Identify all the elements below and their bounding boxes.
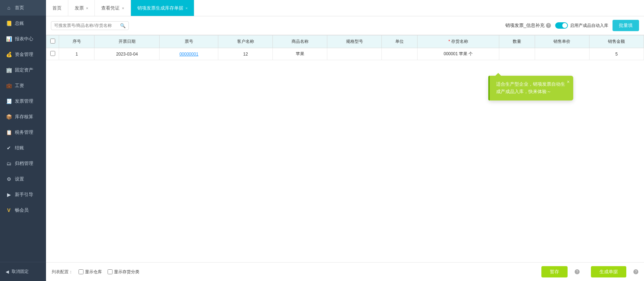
sidebar-item-member[interactable]: V 畅会员 [0,202,46,218]
table-row: 1 2023-03-04 00000001 12 苹果 000001 苹果 个 … [46,48,644,60]
generate-question-icon[interactable]: ? [633,269,638,274]
tab-sales-inventory-close[interactable]: × [185,6,188,10]
col-unit: 单位 [382,35,417,48]
invoice-no-link[interactable]: 00000001 [179,52,198,57]
search-box[interactable]: 🔍 [51,21,129,30]
sidebar-item-asset[interactable]: 🏢 固定资产 [0,62,46,78]
pin-icon: ◀ [6,269,9,274]
home-icon: ⌂ [6,5,12,11]
sidebar-item-label: 报表中心 [15,36,33,42]
show-warehouse-checkbox[interactable] [79,269,84,274]
tab-invoice[interactable]: 发票 × [68,0,95,16]
sidebar-item-label: 税务管理 [15,129,33,136]
col-no: 票号 [160,35,218,48]
tab-voucher-close[interactable]: × [122,6,124,10]
cell-spec [327,48,382,60]
cell-seq: 1 [59,48,94,60]
sidebar-item-label: 固定资产 [15,67,33,73]
col-goods: 商品名称 [273,35,327,48]
show-category-label: 显示存货分类 [114,269,139,275]
tab-voucher[interactable]: 查看凭证 × [95,0,131,16]
cell-price [535,48,589,60]
sidebar-item-settings[interactable]: ⚙ 设置 [0,171,46,187]
show-warehouse-item[interactable]: 显示仓库 [79,269,102,275]
invoice-icon: 🧾 [6,98,12,104]
sidebar-item-label: 库存核算 [15,114,33,120]
ledger-icon: 📒 [6,21,12,26]
sidebar-item-label: 首页 [15,5,24,11]
tooltip-left-bar [488,76,490,101]
save-question-icon[interactable]: ? [575,269,580,274]
info-label-text: 销项发票_信息补充 [505,22,545,29]
sidebar-item-home[interactable]: ⌂ 首页 [0,0,46,16]
select-all-checkbox[interactable] [50,39,55,44]
show-category-item[interactable]: 显示存货分类 [108,269,139,275]
sidebar-item-inventory[interactable]: 📦 库存核算 [0,109,46,125]
row-checkbox[interactable] [50,51,55,56]
tab-invoice-label: 发票 [75,5,84,11]
salary-icon: 💼 [6,83,12,88]
sidebar-item-archive[interactable]: 🗂 归档管理 [0,156,46,171]
batch-fill-button[interactable]: 批量填 [613,20,639,31]
sidebar-item-report[interactable]: 📊 报表中心 [0,31,46,47]
sidebar-item-label: 资金管理 [15,51,33,58]
toggle-label: 启用产成品自动入库 [570,23,608,29]
col-price: 销售单价 [535,35,589,48]
content-area: 🔍 销项发票_信息补充 ? 启用产成品自动入库 批量填 [46,16,644,281]
auto-warehouse-toggle[interactable] [555,22,568,29]
sidebar-item-salary[interactable]: 💼 工资 [0,78,46,93]
info-label-area: 销项发票_信息补充 ? [505,22,551,29]
tooltip-content: 适合生产型企业，销项发票自动生成产成品入库，快来体验～ [494,81,568,96]
toolbar: 🔍 销项发票_信息补充 ? 启用产成品自动入库 批量填 [46,16,644,35]
search-input[interactable] [54,23,118,28]
cell-checkbox[interactable] [46,48,59,60]
show-category-checkbox[interactable] [108,269,113,274]
bottom-bar: 列表配置： 显示仓库 显示存货分类 暂存 ? 生成单据 ? [46,262,644,281]
sidebar-item-label: 结账 [15,145,24,151]
cell-no[interactable]: 00000001 [160,48,218,60]
col-checkbox [46,35,59,48]
col-quantity: 数量 [499,35,535,48]
sidebar: ⌂ 首页 📒 总账 📊 报表中心 💰 资金管理 🏢 固定资产 💼 工资 🧾 发票… [0,0,46,281]
sidebar-item-invoice-mgmt[interactable]: 🧾 发票管理 [0,93,46,109]
cell-goods: 苹果 [273,48,327,60]
col-seq: 序号 [59,35,94,48]
sidebar-item-label: 设置 [15,176,24,182]
sidebar-item-ledger[interactable]: 📒 总账 [0,16,46,31]
sidebar-item-tax[interactable]: 📋 税务管理 [0,125,46,140]
tooltip-close-button[interactable]: × [567,78,570,86]
cell-unit [382,48,417,60]
tab-home[interactable]: 首页 [46,0,68,16]
col-inventory: 存货名称 [417,35,499,48]
sidebar-item-settlement[interactable]: ✔ 结账 [0,140,46,156]
tab-sales-inventory[interactable]: 销项发票生成库存单据 × [131,0,194,16]
sidebar-bottom: ◀ 取消固定 [0,262,46,281]
main-area: 首页 发票 × 查看凭证 × 销项发票生成库存单据 × 🔍 销项发票_信息补充 … [46,0,644,281]
col-spec: 规格型号 [327,35,382,48]
sidebar-item-fund[interactable]: 💰 资金管理 [0,47,46,62]
tax-icon: 📋 [6,130,12,135]
sidebar-item-label: 新手引导 [15,191,33,198]
asset-icon: 🏢 [6,67,12,73]
sidebar-item-label: 畅会员 [15,207,29,213]
col-customer: 客户名称 [218,35,273,48]
tab-home-label: 首页 [52,5,62,11]
save-button[interactable]: 暂存 [541,266,568,277]
tooltip-popup: × 适合生产型企业，销项发票自动生成产成品入库，快来体验～ [488,76,573,101]
settlement-icon: ✔ [6,145,12,151]
cancel-pin-item[interactable]: ◀ 取消固定 [0,265,46,278]
guide-icon: ▶ [6,192,12,197]
tab-voucher-label: 查看凭证 [101,5,120,11]
report-icon: 📊 [6,36,12,42]
col-date: 开票日期 [94,35,160,48]
cell-customer: 12 [218,48,273,60]
generate-button[interactable]: 生成单据 [591,266,626,277]
col-amount: 销售金额 [589,35,644,48]
archive-icon: 🗂 [6,161,12,166]
sidebar-item-guide[interactable]: ▶ 新手引导 [0,187,46,202]
info-question-icon[interactable]: ? [546,23,551,28]
search-icon[interactable]: 🔍 [120,23,126,28]
tab-invoice-close[interactable]: × [86,6,88,10]
fund-icon: 💰 [6,52,12,57]
main-table: 序号 开票日期 票号 客户名称 商品名称 规格型号 单位 存货名称 数量 销售单… [46,35,644,60]
